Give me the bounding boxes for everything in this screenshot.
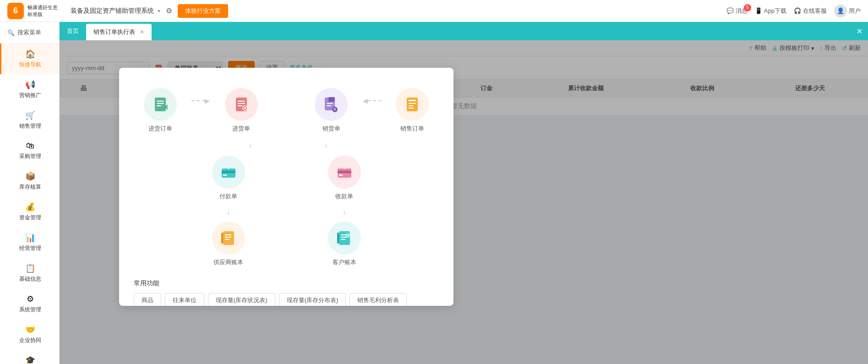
spacer-arrow-1 bbox=[158, 141, 191, 149]
svg-text:¥: ¥ bbox=[343, 166, 345, 170]
arrow-r2: ◀ bbox=[363, 82, 381, 104]
svg-rect-8 bbox=[238, 105, 242, 106]
svg-rect-21 bbox=[409, 105, 413, 106]
flow-item-purchase-order[interactable]: 进货订单 bbox=[138, 82, 182, 138]
flow-item-receipt[interactable]: ¥ 收款单 bbox=[322, 150, 366, 206]
sidebar-item-basic[interactable]: 📋 基础信息 bbox=[0, 258, 59, 288]
purchase-icon: 🛍 bbox=[26, 141, 34, 151]
app-icon: 📱 bbox=[755, 7, 762, 14]
top-bar: 6 畅康通好生意 标准版 装备及固定资产辅助管理系统 ▾ ⚙ 体验行业方案 💬 … bbox=[0, 0, 868, 22]
tab-sales-order[interactable]: 销售订单执行表 ✕ bbox=[86, 24, 152, 40]
svg-rect-32 bbox=[221, 233, 223, 244]
svg-rect-37 bbox=[337, 233, 339, 244]
sidebar-item-marketing[interactable]: 📢 营销推广 bbox=[0, 74, 59, 105]
online-service-label: 在线客服 bbox=[803, 7, 827, 15]
tab-sales-order-label: 销售订单执行表 bbox=[93, 28, 135, 36]
marketing-icon: 📢 bbox=[25, 80, 35, 90]
flow-item-sales-order-node[interactable]: 销售订单 bbox=[390, 82, 434, 138]
settings-icon[interactable]: ⚙ bbox=[166, 6, 172, 15]
flow-item-supplier-ledger[interactable]: 供应商账本 bbox=[207, 216, 251, 272]
svg-rect-3 bbox=[157, 105, 161, 106]
sidebar-item-quick-nav[interactable]: 🏠 快捷导航 bbox=[0, 43, 59, 74]
sales-order-node-label: 销售订单 bbox=[400, 125, 424, 133]
sidebar-item-finance[interactable]: 💰 资金管理 bbox=[0, 196, 59, 227]
sidebar-item-label: 基础信息 bbox=[19, 275, 41, 283]
tab-home[interactable]: 首页 bbox=[60, 22, 86, 40]
sidebar-item-enterprise[interactable]: 🤝 企业协同 bbox=[0, 319, 59, 350]
func-btn-counterpart[interactable]: 往来单位 bbox=[165, 293, 204, 306]
svg-text:¥: ¥ bbox=[227, 166, 229, 170]
purchase-order-circle bbox=[144, 88, 177, 121]
svg-rect-40 bbox=[341, 239, 345, 240]
message-item[interactable]: 💬 消息 5 bbox=[726, 7, 748, 15]
sidebar-search: 🔍 搜索菜单 bbox=[0, 22, 59, 43]
trial-button[interactable]: 体验行业方案 bbox=[178, 4, 228, 18]
svg-rect-0 bbox=[155, 98, 166, 111]
avatar: 👤 bbox=[834, 5, 847, 17]
app-download-item[interactable]: 📱 App下载 bbox=[755, 7, 786, 15]
sidebar-item-label: 营销推广 bbox=[19, 92, 41, 99]
system-icon: ⚙ bbox=[27, 294, 34, 304]
svg-rect-7 bbox=[238, 103, 245, 104]
sidebar-item-label: 经营管理 bbox=[19, 244, 41, 252]
customer-ledger-label: 客户账本 bbox=[333, 258, 356, 266]
sales-order-icon bbox=[403, 95, 421, 114]
svg-rect-34 bbox=[225, 237, 231, 238]
user-item[interactable]: 👤 用户 bbox=[834, 5, 861, 17]
payment-label: 付款单 bbox=[219, 192, 237, 201]
func-btn-stock-dist[interactable]: 现存量(库存分布表) bbox=[279, 293, 346, 306]
search-button[interactable]: 🔍 搜索菜单 bbox=[4, 27, 55, 38]
flow-item-sales-bill[interactable]: ≡ 销货单 bbox=[309, 82, 353, 138]
purchase-bill-label: 进货单 bbox=[232, 125, 250, 133]
flow-item-purchase-bill[interactable]: 进货单 bbox=[219, 82, 263, 138]
func-btn-stock-status[interactable]: 现存量(库存状况表) bbox=[208, 293, 275, 306]
online-service-item[interactable]: 🎧 在线客服 bbox=[794, 7, 827, 15]
sidebar-item-label: 系统管理 bbox=[19, 306, 41, 314]
sales-bill-icon: ≡ bbox=[322, 95, 340, 114]
message-badge: 5 bbox=[744, 4, 751, 11]
logo-area: 6 畅康通好生意 标准版 bbox=[7, 3, 67, 19]
common-functions-title: 常用功能 bbox=[134, 279, 439, 288]
window-close-button[interactable]: ✕ bbox=[857, 27, 863, 36]
func-btn-product[interactable]: 商品 bbox=[134, 293, 161, 306]
logo-text: 畅康通好生意 标准版 bbox=[27, 4, 58, 17]
newbie-icon: 🎓 bbox=[25, 355, 35, 364]
arrows-row: ↓ ↓ bbox=[134, 140, 439, 150]
sidebar-item-purchase[interactable]: 🛍 采购管理 bbox=[0, 136, 59, 166]
sidebar-item-label: 快捷导航 bbox=[19, 61, 41, 69]
operations-icon: 📊 bbox=[25, 233, 35, 243]
flow-item-customer-ledger[interactable]: ↗ 客户账本 bbox=[322, 216, 366, 272]
sidebar-item-operations[interactable]: 📊 经营管理 bbox=[0, 227, 59, 258]
down-arrow-sales: ↓ bbox=[309, 141, 342, 149]
app-wrapper: 6 畅康通好生意 标准版 装备及固定资产辅助管理系统 ▾ ⚙ 体验行业方案 💬 … bbox=[0, 0, 868, 364]
top-right: 💬 消息 5 📱 App下载 🎧 在线客服 👤 用户 bbox=[726, 5, 861, 17]
customer-ledger-icon: ↗ bbox=[335, 229, 354, 247]
basic-icon: 📋 bbox=[25, 263, 35, 273]
func-btn-sales-margin[interactable]: 销售毛利分析表 bbox=[349, 293, 407, 306]
search-icon: 🔍 bbox=[7, 29, 15, 36]
svg-rect-15 bbox=[327, 105, 331, 106]
headset-icon: 🎧 bbox=[794, 7, 801, 14]
sales-order-circle bbox=[396, 88, 429, 121]
dropdown-icon[interactable]: ▾ bbox=[158, 8, 160, 14]
sales-bill-circle: ≡ bbox=[315, 88, 348, 121]
tab-close-icon[interactable]: ✕ bbox=[140, 29, 144, 35]
sidebar-item-system[interactable]: ⚙ 系统管理 bbox=[0, 288, 59, 319]
svg-rect-6 bbox=[238, 101, 245, 102]
svg-rect-33 bbox=[225, 234, 231, 235]
logo-icon: 6 bbox=[7, 3, 24, 19]
common-functions: 常用功能 商品 往来单位 现存量(库存状况表) 现存量(库存分布表) 销售毛利分… bbox=[134, 279, 439, 306]
flow-item-payment[interactable]: ¥ 付款单 bbox=[207, 150, 251, 206]
tab-home-label: 首页 bbox=[67, 27, 79, 35]
home-icon: 🏠 bbox=[25, 49, 35, 59]
sidebar-item-sales[interactable]: 🛒 销售管理 bbox=[0, 105, 59, 136]
system-name: 装备及固定资产辅助管理系统 bbox=[71, 7, 154, 15]
search-label: 搜索菜单 bbox=[17, 28, 41, 37]
modal-overlay: 进货订单 ▶ bbox=[60, 40, 868, 364]
arrows-row2: ↓ ↓ bbox=[134, 208, 439, 216]
purchase-order-icon bbox=[151, 95, 169, 114]
svg-rect-18 bbox=[407, 98, 418, 111]
sidebar-item-newbie[interactable]: 🎓 新手引导 bbox=[0, 350, 59, 364]
svg-rect-24 bbox=[222, 171, 235, 173]
sidebar-item-inventory[interactable]: 📦 库存核算 bbox=[0, 166, 59, 196]
